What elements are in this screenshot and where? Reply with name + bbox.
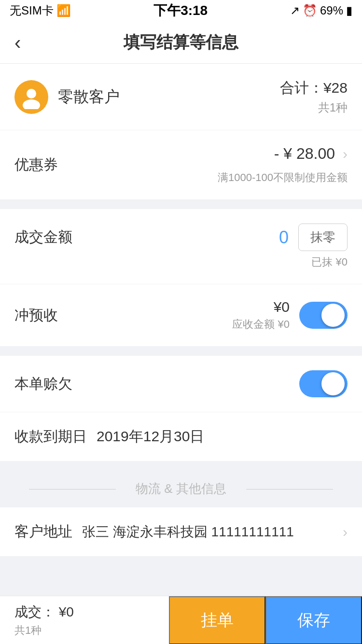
customer-avatar xyxy=(14,80,48,114)
total-amount: 合计：¥28 xyxy=(280,78,348,98)
logistics-header: 物流 & 其他信息 xyxy=(0,471,362,507)
prepayment-toggle[interactable] xyxy=(299,302,348,329)
total-count: 共1种 xyxy=(280,100,348,115)
save-button[interactable]: 保存 xyxy=(265,596,362,644)
svg-point-0 xyxy=(27,89,36,98)
content-area: 零散客户 合计：¥28 共1种 优惠券 - ¥ 28.00 › 满1000-10… xyxy=(0,64,362,604)
due-date-section: 收款到期日 2019年12月30日 xyxy=(0,412,362,461)
location-icon: ↗ xyxy=(290,4,300,17)
due-date-label: 收款到期日 xyxy=(14,427,87,447)
customer-info: 零散客户 xyxy=(14,80,120,114)
round-button[interactable]: 抹零 xyxy=(298,224,348,251)
transaction-label: 成交金额 xyxy=(14,227,72,247)
debt-section: 本单赊欠 xyxy=(0,356,362,412)
section-gap-1 xyxy=(0,199,362,209)
status-bar: 无SIM卡 📶 下午3:18 ↗ ⏰ 69% ▮ xyxy=(0,0,362,21)
battery-label: 69% xyxy=(320,4,343,17)
section-gap-2 xyxy=(0,346,362,356)
address-value: 张三 海淀永丰科技园 11111111111 xyxy=(82,523,343,541)
bottom-transaction-label: 成交： xyxy=(14,604,55,619)
alarm-icon: ⏰ xyxy=(303,4,317,17)
prepayment-amount: ¥0 xyxy=(232,299,290,315)
transaction-value: 0 xyxy=(279,227,289,248)
svg-point-1 xyxy=(23,99,40,109)
debt-label: 本单赊欠 xyxy=(14,374,72,394)
hang-button[interactable]: 挂单 xyxy=(169,596,265,644)
customer-section: 零散客户 合计：¥28 共1种 xyxy=(0,64,362,130)
due-date-value: 2019年12月30日 xyxy=(97,427,204,447)
transaction-section: 成交金额 0 抹零 已抹 ¥0 xyxy=(0,209,362,284)
coupon-label: 优惠券 xyxy=(14,155,58,175)
bottom-bar: 成交： ¥0 共1种 挂单 保存 xyxy=(0,596,362,644)
address-section[interactable]: 客户地址 张三 海淀永丰科技园 11111111111 › xyxy=(0,507,362,556)
bottom-info: 成交： ¥0 共1种 xyxy=(0,603,169,638)
prepayment-amount-col: ¥0 应收金额 ¥0 xyxy=(232,299,290,332)
coupon-right: - ¥ 28.00 › 满1000-100不限制使用金额 xyxy=(218,145,348,185)
page-title: 填写结算等信息 xyxy=(124,31,238,54)
nav-bar: ‹ 填写结算等信息 xyxy=(0,21,362,64)
transaction-right: 0 抹零 xyxy=(279,224,348,251)
customer-name: 零散客户 xyxy=(58,86,120,108)
transaction-row: 成交金额 0 抹零 xyxy=(14,224,348,251)
coupon-amount: - ¥ 28.00 xyxy=(274,145,335,163)
customer-total: 合计：¥28 共1种 xyxy=(280,78,348,115)
sim-wifi-label: 无SIM卡 📶 xyxy=(10,3,71,18)
status-right: ↗ ⏰ 69% ▮ xyxy=(290,4,352,17)
prepayment-section: 冲预收 ¥0 应收金额 ¥0 xyxy=(0,284,362,346)
back-button[interactable]: ‹ xyxy=(14,33,21,52)
status-time: 下午3:18 xyxy=(153,1,208,20)
logistics-title: 物流 & 其他信息 xyxy=(136,481,226,496)
bottom-count: 共1种 xyxy=(14,623,154,638)
coupon-row[interactable]: 优惠券 - ¥ 28.00 › 满1000-100不限制使用金额 xyxy=(0,130,362,199)
status-left: 无SIM卡 📶 xyxy=(10,3,71,18)
already-rounded: 已抹 ¥0 xyxy=(14,255,348,269)
section-gap-3 xyxy=(0,461,362,471)
debt-toggle[interactable] xyxy=(299,370,348,397)
address-chevron: › xyxy=(343,524,348,540)
battery-icon: ▮ xyxy=(346,4,352,17)
bottom-transaction: 成交： ¥0 xyxy=(14,603,154,621)
debt-toggle-thumb xyxy=(321,372,345,395)
bottom-transaction-value: ¥0 xyxy=(59,604,74,619)
toggle-track xyxy=(299,302,348,329)
coupon-note: 满1000-100不限制使用金额 xyxy=(218,170,348,185)
prepayment-row: 冲预收 ¥0 应收金额 ¥0 xyxy=(14,299,348,332)
coupon-chevron: › xyxy=(343,146,348,162)
prepayment-label: 冲预收 xyxy=(14,306,58,325)
toggle-thumb xyxy=(321,304,345,327)
prepayment-receivable: 应收金额 ¥0 xyxy=(232,317,290,332)
prepayment-right: ¥0 应收金额 ¥0 xyxy=(232,299,348,332)
debt-toggle-track xyxy=(299,370,348,397)
address-label: 客户地址 xyxy=(14,522,72,542)
due-date-row: 收款到期日 2019年12月30日 xyxy=(14,427,348,447)
